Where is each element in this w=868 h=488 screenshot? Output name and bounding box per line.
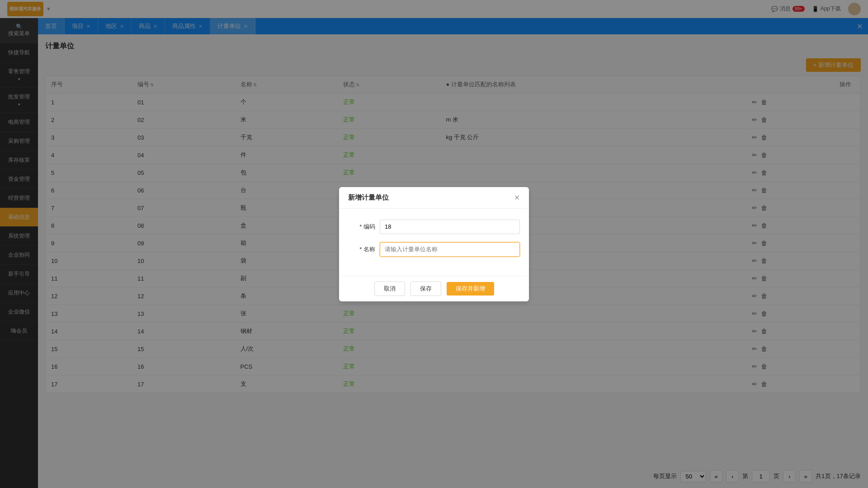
modal-title: 新增计量单位	[348, 193, 389, 202]
name-input[interactable]	[380, 242, 520, 257]
name-label: * 名称	[348, 245, 375, 253]
modal-footer: 取消 保存 保存并新增	[339, 276, 529, 301]
code-input[interactable]	[380, 220, 520, 234]
cancel-button[interactable]: 取消	[374, 282, 405, 296]
form-row-name: * 名称	[348, 242, 520, 257]
modal-body: * 编码 * 名称	[339, 209, 529, 276]
add-measure-unit-modal: 新增计量单位 ✕ * 编码 * 名称 取消 保存 保存并新增	[339, 187, 529, 301]
form-row-code: * 编码	[348, 220, 520, 234]
code-label: * 编码	[348, 223, 375, 231]
modal-close-btn[interactable]: ✕	[514, 193, 520, 202]
modal-header: 新增计量单位 ✕	[339, 187, 529, 209]
modal-overlay: 新增计量单位 ✕ * 编码 * 名称 取消 保存 保存并新增	[0, 0, 868, 488]
save-button[interactable]: 保存	[410, 282, 441, 296]
save-and-add-button[interactable]: 保存并新增	[447, 282, 494, 296]
